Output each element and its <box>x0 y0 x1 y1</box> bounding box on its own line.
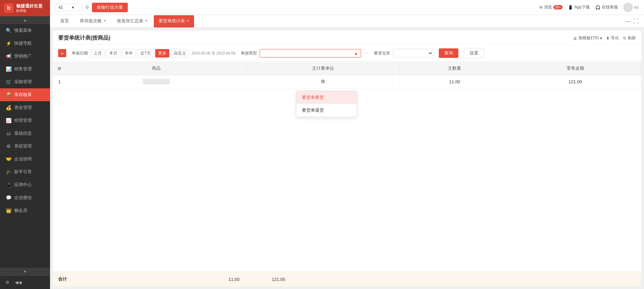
online-service-btn[interactable]: 🎧 在线客服 <box>595 4 618 10</box>
type-dropdown: 要货单要货 要货单退货 <box>296 91 357 117</box>
message-icon: ✉ <box>539 5 543 10</box>
phone-icon: 📱 <box>568 5 573 10</box>
print-icon: 🖨 <box>573 36 577 41</box>
member-icon: 👑 <box>5 208 11 213</box>
store-selector[interactable]: 41 ▾ <box>55 4 82 11</box>
date-custom-btn[interactable]: 自定义 <box>171 49 189 58</box>
tab-label: 收发存汇总表 <box>117 18 143 24</box>
type-select[interactable]: ▲ <box>260 49 361 58</box>
sidebar-item-finance[interactable]: 💰 资金管理 <box>0 101 50 114</box>
summary-amount: 121.00 <box>272 277 299 282</box>
date-this-month-btn[interactable]: 本月 <box>106 49 120 58</box>
table-row: 1 块 11.00 121.00 <box>53 75 641 88</box>
table-header-unit: 主计量单位 <box>246 62 400 75</box>
tabbar: 首页 库存批次账 ✕ 收发存汇总表 ✕ 要货单统计表 ✕ — ⛶ <box>50 15 644 28</box>
dropdown-item-return[interactable]: 要货单退货 <box>296 104 357 117</box>
sidebar-header: b 畅捷通好生意 标准版 <box>0 0 50 16</box>
row-product <box>66 75 246 88</box>
table-header-quantity: 主数量 <box>400 62 509 75</box>
date-last-month-btn[interactable]: 上月 <box>91 49 105 58</box>
sidebar-item-collab[interactable]: 🤝 企业协同 <box>0 153 50 165</box>
warehouse-select[interactable] <box>393 49 433 58</box>
tab-close-icon[interactable]: ✕ <box>145 19 148 23</box>
operations-icon: 📈 <box>5 118 11 123</box>
app-logo: b <box>4 3 14 13</box>
export-icon: ⬆ <box>606 36 610 41</box>
tab-order-stats[interactable]: 要货单统计表 ✕ <box>154 15 194 27</box>
filter-expand-btn[interactable]: » <box>58 49 66 57</box>
headset-icon: 🎧 <box>595 5 600 10</box>
sidebar-item-wechat[interactable]: 💬 企业微信 <box>0 191 50 204</box>
sidebar-item-sales[interactable]: 📊 销售管理 <box>0 63 50 75</box>
sidebar-item-marketing[interactable]: 📢 营销推广 <box>0 50 50 63</box>
topbar: 41 ▾ ⚙ 体验行业方案 ✉ 消息 99+ 📱 App下载 🎧 在线客服 R <box>50 0 644 15</box>
tab-summary[interactable]: 收发存汇总表 ✕ <box>112 15 152 27</box>
sidebar-item-label: 畅会员 <box>14 207 27 214</box>
row-index: 1 <box>53 75 66 88</box>
quicknav-icon: ⚡ <box>5 41 11 46</box>
app-download-btn[interactable]: 📱 App下载 <box>568 4 590 10</box>
sidebar-collapse-btn[interactable]: ◀◀ <box>15 280 22 285</box>
sidebar-scroll-up[interactable]: ▲ <box>0 16 50 24</box>
sidebar-settings-btn[interactable]: ⚙ <box>5 280 9 285</box>
tab-home[interactable]: 首页 <box>55 15 74 27</box>
app-subtitle: 标准版 <box>16 9 43 13</box>
sidebar: b 畅捷通好生意 标准版 ▲ 🔍 搜索菜单 ⚡ 快捷导航 📢 营销推广 📊 销售… <box>0 0 50 289</box>
summary-quantity: 11.00 <box>229 277 256 282</box>
purchase-icon: 🛒 <box>5 79 11 85</box>
tab-close-icon[interactable]: ✕ <box>103 19 106 23</box>
sidebar-item-label: 应用中心 <box>14 182 32 188</box>
data-table: ⚙ 商品 主计量单位 主数量 零售金额 1 块 11.00 <box>53 62 641 88</box>
type-select-input[interactable] <box>260 49 351 57</box>
sidebar-item-inventory[interactable]: 📦 库存核算 <box>0 88 50 101</box>
date-7days-btn[interactable]: 近7天 <box>137 49 154 58</box>
sidebar-item-label: 系统管理 <box>14 143 32 149</box>
date-more-btn[interactable]: 更多 <box>155 49 169 58</box>
sidebar-footer: ⚙ ◀◀ <box>0 275 50 289</box>
user-avatar <box>623 3 633 12</box>
more-options-icon[interactable]: ··· <box>364 50 368 56</box>
warehouse-filter-label: 要货仓库 <box>374 50 390 56</box>
settings-button[interactable]: 设置 <box>464 48 484 58</box>
topbar-settings-icon[interactable]: ⚙ <box>85 5 89 10</box>
promo-button[interactable]: 体验行业方案 <box>92 3 128 12</box>
sidebar-scroll-down[interactable]: ▼ <box>0 268 50 275</box>
refresh-btn[interactable]: ↻ 刷新 <box>623 35 636 41</box>
tab-expand-icon[interactable]: ⛶ <box>633 18 639 24</box>
tab-label: 首页 <box>60 18 69 24</box>
sidebar-item-purchase[interactable]: 🛒 采购管理 <box>0 75 50 88</box>
row-quantity: 11.00 <box>400 75 509 88</box>
wechat-icon: 💬 <box>5 195 11 200</box>
sidebar-item-basics[interactable]: 🗂 基础信息 <box>0 127 50 140</box>
print-btn[interactable]: 🖨 按模板打印 ▾ <box>573 35 602 41</box>
online-service-label: 在线客服 <box>602 4 618 10</box>
tab-minimize-icon[interactable]: — <box>625 18 630 24</box>
query-button[interactable]: 查询 <box>439 48 458 58</box>
main-area: 41 ▾ ⚙ 体验行业方案 ✉ 消息 99+ 📱 App下载 🎧 在线客服 R <box>50 0 644 289</box>
sidebar-item-label: 资金管理 <box>14 105 32 111</box>
tab-close-icon[interactable]: ✕ <box>186 19 189 23</box>
sidebar-item-label: 企业协同 <box>14 156 32 162</box>
tab-label: 库存批次账 <box>80 18 102 24</box>
page-header: 要货单统计表(按商品) 🖨 按模板打印 ▾ ⬆ 导出 ↻ 刷新 <box>53 30 641 45</box>
tab-inventory-batch[interactable]: 库存批次账 ✕ <box>75 15 111 27</box>
guide-icon: 🎓 <box>5 169 11 175</box>
user-avatar-btn[interactable]: Rit <box>623 3 639 12</box>
inventory-icon: 📦 <box>5 92 11 97</box>
message-btn[interactable]: ✉ 消息 99+ <box>539 4 563 10</box>
sidebar-item-system[interactable]: ⚙ 系统管理 <box>0 140 50 153</box>
table-settings-header[interactable]: ⚙ <box>53 62 66 75</box>
export-btn[interactable]: ⬆ 导出 <box>606 35 619 41</box>
sidebar-item-operations[interactable]: 📈 经营管理 <box>0 114 50 127</box>
sidebar-item-quicknav[interactable]: ⚡ 快捷导航 <box>0 37 50 50</box>
summary-label: 合计 <box>58 276 78 282</box>
sidebar-item-search[interactable]: 🔍 搜索菜单 <box>0 24 50 37</box>
sidebar-item-label: 采购管理 <box>14 79 32 85</box>
date-this-year-btn[interactable]: 本年 <box>122 49 136 58</box>
row-amount: 121.00 <box>509 75 641 88</box>
sidebar-item-apps[interactable]: 📱 应用中心 <box>0 178 50 191</box>
chevron-up-icon[interactable]: ▲ <box>351 49 361 57</box>
dropdown-item-order[interactable]: 要货单要货 <box>296 91 357 104</box>
sidebar-item-member[interactable]: 👑 畅会员 <box>0 204 50 217</box>
sidebar-item-guide[interactable]: 🎓 新手引导 <box>0 165 50 178</box>
